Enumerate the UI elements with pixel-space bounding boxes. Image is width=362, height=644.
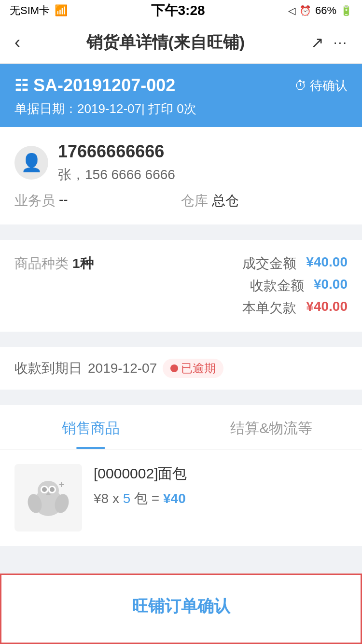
nav-actions: ↗ ··· — [311, 33, 348, 52]
product-item: + [0000002]面包 ¥8 x 5 包 = ¥40 — [0, 449, 362, 546]
order-icon: ☷ — [14, 76, 28, 95]
amount-left: 商品种类 1种 — [14, 254, 94, 273]
owed-amount-label: 本单欠款 — [242, 299, 296, 317]
due-date-value: 2019-12-07 — [88, 361, 157, 376]
svg-point-5 — [50, 487, 55, 492]
amount-right: 成交金额 ¥40.00 收款金额 ¥0.00 本单欠款 ¥40.00 — [242, 254, 348, 317]
alarm-icon: ⏰ — [299, 5, 311, 16]
deal-amount-row: 成交金额 ¥40.00 — [242, 254, 348, 273]
product-equals: = — [152, 491, 159, 506]
product-info: [0000002]面包 ¥8 x 5 包 = ¥40 — [94, 464, 348, 508]
divider3 — [0, 390, 362, 397]
svg-point-4 — [42, 487, 47, 492]
avatar: 👤 — [14, 146, 48, 180]
customer-phone: 17666666666 — [58, 141, 175, 162]
product-unit: 包 — [134, 491, 148, 506]
battery-icon: 🔋 — [340, 5, 352, 16]
receipt-amount-row: 收款金额 ¥0.00 — [250, 277, 348, 295]
status-bar: 无SIM卡 📶 下午3:28 ◁ ⏰ 66% 🔋 — [0, 0, 362, 21]
sales-meta: 业务员 -- — [14, 192, 181, 210]
overdue-text: 已逾期 — [181, 361, 216, 376]
product-name: [0000002]面包 — [94, 464, 348, 484]
customer-section: 👤 17666666666 张，156 6666 6666 业务员 -- 仓库 … — [0, 127, 362, 224]
warehouse-label: 仓库 — [181, 192, 208, 210]
tab-sales-products[interactable]: 销售商品 — [0, 405, 181, 449]
order-status: ⏱ 待确认 — [294, 77, 348, 94]
sales-label: 业务员 — [14, 192, 55, 210]
nav-bar: ‹ 销货单详情(来自旺铺) ↗ ··· — [0, 21, 362, 64]
confirm-button-wrap: 旺铺订单确认 — [0, 574, 362, 644]
customer-details: 17666666666 张，156 6666 6666 — [58, 141, 175, 184]
deal-amount-value: ¥40.00 — [306, 254, 348, 273]
customer-meta: 业务员 -- 仓库 总仓 — [14, 192, 348, 210]
overdue-badge: 已逾期 — [163, 359, 223, 378]
location-icon: ◁ — [288, 5, 295, 16]
kind-value: 1种 — [72, 254, 94, 273]
kind-label: 商品种类 — [14, 254, 69, 273]
product-price: ¥8 — [94, 491, 109, 506]
due-date-label: 收款到期日 — [14, 359, 82, 378]
warehouse-meta: 仓库 总仓 — [181, 192, 348, 210]
product-thumbnail: + — [14, 464, 82, 532]
receipt-amount-value: ¥0.00 — [314, 277, 348, 295]
back-button[interactable]: ‹ — [14, 32, 20, 53]
battery-text: 66% — [315, 4, 336, 17]
sales-value: -- — [59, 192, 68, 210]
tabs-header: 销售商品 结算&物流等 — [0, 405, 362, 449]
status-bar-time: 下午3:28 — [151, 1, 205, 20]
amount-section: 商品种类 1种 成交金额 ¥40.00 收款金额 ¥0.00 本单欠款 ¥40.… — [0, 240, 362, 332]
more-icon[interactable]: ··· — [334, 35, 348, 50]
tab-settlement[interactable]: 结算&物流等 — [181, 405, 362, 449]
svg-text:+: + — [59, 479, 65, 490]
deal-amount-label: 成交金额 — [242, 254, 296, 273]
overdue-dot-icon — [170, 364, 178, 372]
status-bar-right: ◁ ⏰ 66% 🔋 — [288, 4, 352, 17]
order-id: ☷ SA-20191207-002 — [14, 75, 175, 96]
product-total: ¥40 — [163, 491, 186, 506]
page-title: 销货单详情(来自旺铺) — [86, 31, 245, 54]
avatar-icon: 👤 — [21, 153, 42, 173]
confirm-order-button[interactable]: 旺铺订单确认 — [16, 585, 346, 628]
product-thumb-inner: + — [14, 464, 82, 532]
status-bar-left: 无SIM卡 📶 — [10, 3, 68, 18]
customer-top: 👤 17666666666 张，156 6666 6666 — [14, 141, 348, 184]
due-date-section: 收款到期日 2019-12-07 已逾期 — [0, 347, 362, 390]
customer-name-phone: 张，156 6666 6666 — [58, 166, 175, 184]
product-quantity: 5 — [123, 491, 131, 506]
sim-text: 无SIM卡 — [10, 3, 50, 18]
order-header: ☷ SA-20191207-002 ⏱ 待确认 单据日期：2019-12-07|… — [0, 64, 362, 127]
order-header-top: ☷ SA-20191207-002 ⏱ 待确认 — [14, 75, 348, 96]
tabs-section: 销售商品 结算&物流等 — [0, 405, 362, 546]
wifi-icon: 📶 — [55, 4, 68, 17]
product-multiply: x — [112, 491, 119, 506]
receipt-amount-label: 收款金额 — [250, 277, 304, 295]
product-calc: ¥8 x 5 包 = ¥40 — [94, 490, 348, 508]
share-icon[interactable]: ↗ — [311, 33, 324, 52]
order-date: 单据日期：2019-12-07| 打印 0次 — [14, 100, 348, 117]
product-owl-logo: + — [24, 474, 72, 522]
clock-icon: ⏱ — [294, 78, 307, 93]
owed-amount-row: 本单欠款 ¥40.00 — [242, 299, 348, 317]
divider1 — [0, 224, 362, 232]
owed-amount-value: ¥40.00 — [306, 299, 348, 317]
warehouse-value: 总仓 — [212, 192, 239, 210]
divider2 — [0, 332, 362, 339]
